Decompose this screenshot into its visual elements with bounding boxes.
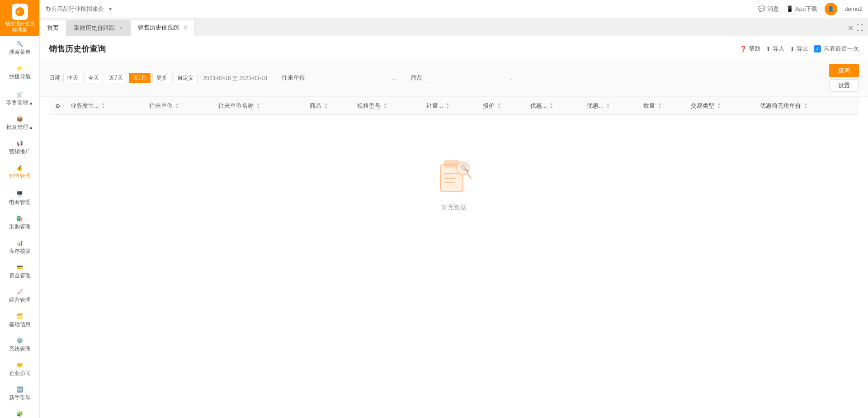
col-unit[interactable]: 计量... ▲▼ bbox=[423, 97, 479, 115]
date-btn-custom[interactable]: 自定义 bbox=[173, 73, 198, 83]
sales-mgmt-icon: 💰 bbox=[16, 165, 23, 171]
col-qty[interactable]: 数量 ▲▼ bbox=[640, 97, 687, 115]
col-partner-code[interactable]: 往来单位 ▲▼ bbox=[146, 97, 215, 115]
date-range-display: 2023-02-18 至 2023-03-18 bbox=[203, 75, 267, 82]
app-logo[interactable]: 6 畅捷通好生意 标准版 bbox=[0, 0, 39, 36]
chevron-down-icon: ▲ bbox=[29, 100, 33, 105]
sidebar-item-marketing[interactable]: 📢 营销推广 bbox=[0, 136, 39, 160]
help-label: 帮助 bbox=[749, 45, 760, 53]
tab-sales-history[interactable]: 销售历史价跟踪 × bbox=[131, 20, 195, 36]
sidebar-item-system[interactable]: ⚙️ 系统管理 bbox=[0, 333, 39, 357]
date-btn-1month[interactable]: 近1月 bbox=[129, 73, 151, 83]
sidebar-item-search[interactable]: 🔍 搜索菜单 bbox=[0, 36, 39, 61]
close-purchase-history-tab[interactable]: × bbox=[119, 25, 123, 31]
col-partner-code-label: 往来单位 bbox=[149, 102, 173, 110]
sidebar-item-label: 搜索菜单 bbox=[9, 48, 31, 56]
import-btn[interactable]: ⬆ 导入 bbox=[766, 45, 784, 53]
partner-filter-input[interactable] bbox=[308, 73, 389, 82]
partner-filter-label: 往来单位 bbox=[282, 74, 305, 82]
tab-purchase-history[interactable]: 采购历史价跟踪 × bbox=[66, 20, 131, 36]
sidebar-item-retail[interactable]: 🛒 零售管理 ▲ bbox=[0, 87, 39, 111]
app-download-label: App下载 bbox=[795, 5, 817, 13]
col-quote-label: 报价 bbox=[483, 102, 495, 110]
close-tab-btn[interactable]: ✕ bbox=[848, 24, 854, 33]
date-btn-more[interactable]: 更多 bbox=[152, 73, 171, 83]
settings-gear-icon[interactable]: ⚙ bbox=[55, 103, 61, 109]
sidebar-item-label: 库存核算 bbox=[9, 247, 31, 255]
sidebar-item-label: 批发管理 bbox=[6, 124, 28, 131]
page-header-actions: ❓ 帮助 ⬆ 导入 ⬇ 导出 只看最后一次 bbox=[740, 45, 859, 53]
date-filter-group: 日期 昨天 今天 近7天 近1月 更多 自定义 bbox=[49, 73, 198, 83]
col-settings: ⚙ bbox=[49, 97, 67, 115]
sidebar-item-quick-nav[interactable]: ⚡ 快捷导航 bbox=[0, 61, 39, 85]
tab-home[interactable]: 首页 bbox=[40, 20, 66, 36]
ecommerce-icon: 🖥️ bbox=[16, 191, 23, 197]
export-btn[interactable]: ⬇ 导出 bbox=[790, 45, 808, 53]
setting-button[interactable]: 设置 bbox=[829, 79, 859, 92]
marketing-icon: 📢 bbox=[16, 140, 23, 147]
sidebar-item-ecommerce[interactable]: 🖥️ 电商管理 bbox=[0, 186, 39, 211]
only-last-label: 只看最后一次 bbox=[824, 45, 859, 53]
sidebar-item-basic-info[interactable]: 🗂️ 基础信息 bbox=[0, 309, 39, 333]
col-discount1[interactable]: 优惠... ▲▼ bbox=[527, 97, 583, 115]
col-partner-name[interactable]: 往来单位名称 ▲▼ bbox=[215, 97, 306, 115]
date-btn-today[interactable]: 今天 bbox=[84, 73, 103, 83]
topbar-dropdown-icon[interactable]: ▼ bbox=[108, 6, 113, 12]
guide-icon: 🆕 bbox=[16, 386, 23, 393]
sort-icon-biz-date: ▲▼ bbox=[102, 102, 105, 109]
col-goods[interactable]: 商品 ▲▼ bbox=[306, 97, 354, 115]
sort-icon-unit: ▲▼ bbox=[446, 102, 449, 109]
tab-controls: ✕ ⛶ bbox=[843, 20, 868, 36]
close-sales-history-tab[interactable]: × bbox=[184, 24, 187, 31]
help-btn[interactable]: ❓ 帮助 bbox=[740, 45, 760, 53]
sidebar-item-stock[interactable]: 📊 库存核算 bbox=[0, 235, 39, 260]
svg-point-0 bbox=[15, 7, 24, 16]
col-spec[interactable]: 规格型号 ▲▼ bbox=[354, 97, 423, 115]
col-trade-type[interactable]: 交易类型 ▲▼ bbox=[687, 97, 756, 115]
sidebar-item-sales-mgmt[interactable]: 💰 销售管理 bbox=[0, 160, 39, 185]
user-avatar[interactable]: 👤 bbox=[825, 3, 837, 15]
import-label: 导入 bbox=[773, 45, 784, 53]
sidebar-item-enterprise[interactable]: 🤝 企业协同 bbox=[0, 357, 39, 382]
sidebar-item-label: 新手引导 bbox=[9, 394, 31, 402]
filter-area: 日期 昨天 今天 近7天 近1月 更多 自定义 2023-02-18 至 202… bbox=[40, 59, 868, 97]
sidebar: 6 畅捷通好生意 标准版 🔍 搜索菜单 ⚡ 快捷导航 🛒 零售管理 ▲ 📦 批发… bbox=[0, 0, 40, 418]
sidebar-item-purchase[interactable]: 🛍️ 采购管理 bbox=[0, 211, 39, 235]
sidebar-item-finance[interactable]: 💳 资金管理 bbox=[0, 260, 39, 284]
col-pretax-price[interactable]: 优惠前无税单价 ▲▼ bbox=[756, 97, 859, 115]
sidebar-item-label: 营销推广 bbox=[9, 148, 31, 156]
message-btn[interactable]: 💬 消息 bbox=[758, 5, 779, 13]
sidebar-item-app-center[interactable]: 🧩 应用中心 bbox=[0, 406, 39, 418]
goods-filter-dots[interactable]: ... bbox=[509, 75, 514, 81]
app-download-btn[interactable]: 📱 App下载 bbox=[786, 5, 817, 13]
logo-text: 畅捷通好生意 标准版 bbox=[5, 21, 35, 33]
sidebar-item-label: 资金管理 bbox=[9, 272, 31, 280]
goods-filter-input[interactable] bbox=[425, 73, 507, 82]
date-btn-yesterday[interactable]: 昨天 bbox=[63, 73, 82, 83]
user-name[interactable]: demo2 bbox=[844, 5, 863, 12]
query-button[interactable]: 查询 bbox=[829, 64, 859, 77]
col-trade-type-label: 交易类型 bbox=[691, 102, 714, 110]
only-last-checkbox[interactable] bbox=[814, 45, 821, 52]
partner-filter-dots[interactable]: ... bbox=[392, 75, 396, 81]
sidebar-item-guide[interactable]: 🆕 新手引导 bbox=[0, 382, 39, 406]
only-last-toggle[interactable]: 只看最后一次 bbox=[814, 45, 859, 53]
date-btn-7days[interactable]: 近7天 bbox=[105, 73, 127, 83]
main-area: 办公用品行业模拟账套 ▼ 💬 消息 📱 App下载 👤 demo2 首页 采购历… bbox=[40, 0, 868, 418]
wholesale-icon: 📦 bbox=[16, 116, 23, 122]
sidebar-item-label: 采购管理 bbox=[9, 223, 31, 231]
svg-text:🔍: 🔍 bbox=[461, 165, 469, 172]
help-icon: ❓ bbox=[740, 46, 747, 52]
topbar-right: 💬 消息 📱 App下载 👤 demo2 bbox=[758, 3, 863, 15]
maximize-tab-btn[interactable]: ⛶ bbox=[856, 24, 863, 32]
col-discount2[interactable]: 优惠... ▲▼ bbox=[583, 97, 640, 115]
sort-icon-partner-name: ▲▼ bbox=[256, 102, 260, 109]
business-icon: 📈 bbox=[16, 289, 23, 295]
sidebar-item-business[interactable]: 📈 经营管理 bbox=[0, 284, 39, 309]
col-qty-label: 数量 bbox=[643, 102, 655, 110]
sidebar-item-wholesale[interactable]: 📦 批发管理 ▲ bbox=[0, 111, 39, 136]
system-icon: ⚙️ bbox=[16, 337, 23, 344]
basic-info-icon: 🗂️ bbox=[16, 313, 23, 319]
col-quote[interactable]: 报价 ▲▼ bbox=[479, 97, 527, 115]
col-biz-date[interactable]: 业务发生... ▲▼ bbox=[67, 97, 146, 115]
